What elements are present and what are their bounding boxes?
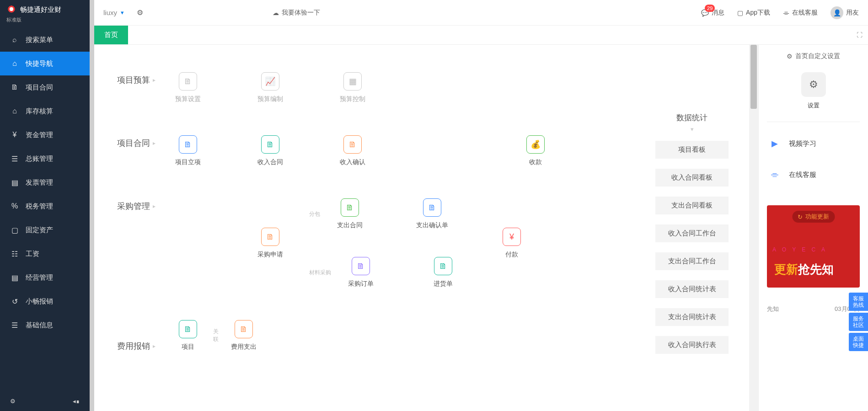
chart-icon: 📈 (261, 72, 279, 91)
nav-ledger[interactable]: ☰总账管理 (0, 147, 90, 171)
nav-salary[interactable]: ☷工资 (0, 242, 90, 266)
gear-icon[interactable]: ⚙ (137, 8, 143, 17)
float-desktop[interactable]: 桌面 快捷 (849, 333, 868, 351)
top-actions: 💬 29 消息 ▢App下载 ⌯在线客服 👤用友 (701, 6, 859, 19)
control-icon: ▦ (343, 72, 362, 91)
reimburse-icon: ↺ (10, 297, 19, 306)
stat-income-board[interactable]: 收入合同看板 (655, 169, 729, 187)
house-icon: ⌂ (10, 107, 19, 116)
node-purchase-order[interactable]: 🗎采购订单 (345, 257, 377, 288)
invoice-icon: ▤ (10, 178, 19, 187)
node-project[interactable]: 🗎项目 (172, 320, 204, 351)
triangle-icon: ▸ (153, 77, 155, 83)
section-title: 费用报销▸ (117, 320, 172, 352)
nav-assets[interactable]: ▢固定资产 (0, 218, 90, 242)
nav-tax[interactable]: %税务管理 (0, 194, 90, 218)
node-expense-confirm[interactable]: 🗎支出确认单 (416, 198, 448, 230)
nav-label: 经营管理 (26, 273, 53, 282)
content-row: 项目预算▸ 🗎预算设置 📈预算编制 ▦预算控制 项目合同▸ 🗎项目立项 🗎收入合… (94, 45, 868, 411)
nav-search[interactable]: ⌕搜索菜单 (0, 28, 90, 52)
settings-icon[interactable]: ⚙ (10, 398, 16, 405)
section-procurement: 采购管理▸ 🗎采购申请 分包 🗎支出合同 🗎支出确认单 (117, 198, 735, 288)
doc-icon: 🗎 (179, 320, 197, 338)
scrollbar-thumb[interactable] (750, 45, 757, 109)
nav-funds[interactable]: ¥资金管理 (0, 123, 90, 147)
tab-bar: 首页 ⛶ (94, 26, 868, 45)
node-income-contract[interactable]: 🗎收入合同 (254, 135, 286, 166)
float-community[interactable]: 服务 社区 (849, 313, 868, 331)
canvas-wrap: 项目预算▸ 🗎预算设置 📈预算编制 ▦预算控制 项目合同▸ 🗎项目立项 🗎收入合… (94, 45, 758, 411)
promo-footer: 先知 03月06日 (767, 305, 860, 313)
stat-project-board[interactable]: 项目看板 (655, 141, 729, 159)
rp-title: ⚙首页自定义设置 (767, 52, 860, 60)
triangle-icon: ▸ (153, 203, 155, 209)
node-budget-settings[interactable]: 🗎预算设置 (172, 72, 204, 103)
doc-icon: 🗎 (434, 257, 452, 275)
rp-settings[interactable]: ⚙ 设置 (767, 72, 860, 110)
refresh-icon: ↻ (798, 214, 803, 220)
branch-label-subcontract: 分包 (309, 210, 320, 218)
node-receipt[interactable]: 💰收款 (520, 135, 552, 166)
canvas-scrollbar[interactable] (749, 45, 758, 411)
relation-label: 关 联 (213, 328, 219, 343)
nav-project-contract[interactable]: 🗎项目合同 (0, 75, 90, 99)
nav-invoice[interactable]: ▤发票管理 (0, 171, 90, 194)
sidebar-footer: ⚙ ◂∎ (0, 391, 90, 411)
node-goods-receipt[interactable]: 🗎进货单 (427, 257, 459, 288)
nav-reimburse[interactable]: ↺小畅报销 (0, 289, 90, 313)
link-online-cs[interactable]: ⌯在线客服 (767, 165, 860, 184)
doc-icon: 🗎 (179, 135, 197, 154)
node-purchase-request[interactable]: 🗎采购申请 (254, 228, 286, 259)
nav-business[interactable]: ▤经营管理 (0, 266, 90, 289)
tab-label: 首页 (104, 31, 118, 39)
doc-check-icon: 🗎 (261, 135, 279, 154)
headset-icon: ⌯ (783, 9, 789, 16)
node-income-confirm[interactable]: 🗎收入确认 (337, 135, 369, 166)
triangle-icon: ▸ (153, 343, 155, 349)
nav-label: 总账管理 (26, 155, 53, 163)
download-label: App下载 (746, 9, 770, 17)
user-menu[interactable]: 👤用友 (830, 6, 859, 19)
nav-baseinfo[interactable]: ☰基础信息 (0, 313, 90, 337)
node-project-setup[interactable]: 🗎项目立项 (172, 135, 204, 166)
nav-quicknav[interactable]: ⌂快捷导航 (0, 52, 90, 75)
node-budget-compile[interactable]: 📈预算编制 (254, 72, 286, 103)
fullscreen-button[interactable]: ⛶ (851, 26, 868, 44)
link-video-learning[interactable]: ▶视频学习 (767, 134, 860, 153)
sidebar-scrollbar[interactable] (90, 0, 94, 411)
app-name: 畅捷通好业财 (20, 5, 61, 14)
collapse-icon[interactable]: ◂∎ (73, 398, 80, 405)
promo-title: 更新抢先知 (774, 262, 834, 278)
section-title: 项目合同▸ (117, 135, 172, 149)
promo-banner[interactable]: ↻功能更新 A O Y E C A 更新抢先知 (767, 205, 860, 288)
float-hotline[interactable]: 客服 热线 (849, 293, 868, 311)
section-title: 采购管理▸ (117, 198, 172, 212)
video-icon: ▶ (769, 138, 781, 149)
nav-label: 工资 (26, 250, 39, 258)
ledger-icon: ☰ (10, 154, 19, 163)
node-payment[interactable]: ¥付款 (496, 228, 528, 259)
app-download[interactable]: ▢App下载 (737, 9, 770, 17)
nav-label: 小畅报销 (26, 297, 53, 306)
node-budget-control[interactable]: ▦预算控制 (337, 72, 369, 103)
nav-label: 项目合同 (26, 83, 53, 92)
node-expense-contract[interactable]: 🗎支出合同 (334, 198, 366, 230)
tenant-selector[interactable]: liuxy ▾ ⚙ (103, 8, 250, 17)
doc-icon: 🗎 (343, 135, 362, 154)
sidebar: 畅捷通好业财 标准版 ⌕搜索菜单 ⌂快捷导航 🗎项目合同 ⌂库存核算 ¥资金管理… (0, 0, 90, 411)
section-title: 项目预算▸ (117, 72, 172, 85)
nav-label: 快捷导航 (26, 59, 53, 68)
payment-icon: ¥ (503, 228, 521, 246)
section-reimburse: 费用报销▸ 🗎项目 关 联 🗎费用支出 (117, 320, 735, 352)
online-cs[interactable]: ⌯在线客服 (783, 9, 818, 17)
avatar-icon: 👤 (830, 6, 843, 19)
logo-icon (6, 5, 16, 15)
messages-button[interactable]: 💬 29 消息 (701, 9, 724, 17)
doc-icon: 🗎 (352, 257, 370, 275)
try-experience[interactable]: ☁ 我要体验一下 (273, 9, 320, 17)
stats-title: 数据统计 (648, 112, 735, 123)
nav-inventory[interactable]: ⌂库存核算 (0, 99, 90, 123)
doc-icon: 🗎 (261, 228, 279, 246)
tab-home[interactable]: 首页 (94, 26, 128, 44)
node-expense[interactable]: 🗎费用支出 (228, 320, 260, 351)
